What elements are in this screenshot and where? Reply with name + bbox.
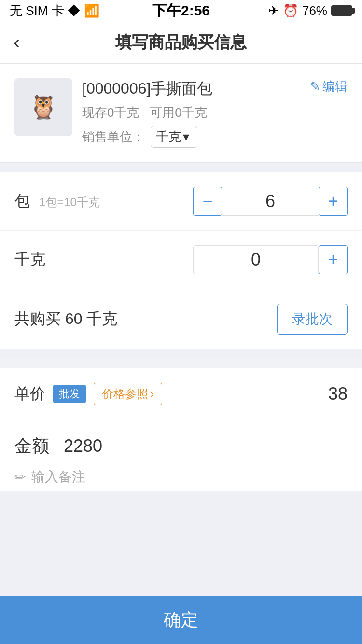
packing-input[interactable] bbox=[222, 187, 319, 216]
note-row[interactable]: ✏ 输入备注 bbox=[14, 468, 348, 486]
status-time: 下午2:56 bbox=[152, 1, 210, 21]
unit-select[interactable]: 千克 ▾ bbox=[151, 126, 197, 148]
product-name: [0000006]手撕面包 bbox=[82, 78, 348, 99]
packing-plus-button[interactable]: + bbox=[319, 187, 348, 216]
sim-label: 无 SIM 卡 ◆ bbox=[10, 2, 80, 19]
total-row: 共购买 60 千克 录批次 bbox=[0, 289, 362, 349]
packing-minus-button[interactable]: − bbox=[193, 187, 222, 216]
price-value: 38 bbox=[328, 384, 348, 404]
wifi-icon: 📶 bbox=[84, 3, 99, 18]
amount-value: 2280 bbox=[64, 436, 102, 456]
battery-text: 76% bbox=[302, 3, 327, 18]
kg-row: 千克 + bbox=[0, 231, 362, 289]
price-label: 单价 bbox=[14, 383, 45, 405]
product-unit-row: 销售单位： 千克 ▾ bbox=[82, 126, 348, 148]
product-info: [0000006]手撕面包 现存0千克 可用0千克 销售单位： 千克 ▾ bbox=[82, 78, 348, 148]
amount-section: 金额 2280 ✏ 输入备注 bbox=[0, 420, 362, 491]
location-icon: ✈ bbox=[268, 3, 279, 18]
battery-icon bbox=[331, 5, 352, 16]
price-ref-button[interactable]: 价格参照 › bbox=[94, 383, 162, 405]
kg-input[interactable] bbox=[193, 245, 319, 274]
nav-bar: ‹ 填写商品购买信息 bbox=[0, 21, 362, 64]
unit-label: 销售单位： bbox=[82, 128, 145, 145]
chevron-down-icon: ▾ bbox=[183, 129, 189, 144]
stock-value: 现存0千克 bbox=[82, 105, 139, 120]
available-value: 可用0千克 bbox=[150, 105, 207, 120]
status-bar: 无 SIM 卡 ◆ 📶 下午2:56 ✈ ⏰ 76% bbox=[0, 0, 362, 21]
quantity-section: 包 1包=10千克 − + 千克 + bbox=[0, 172, 362, 289]
edit-icon: ✎ bbox=[310, 79, 320, 94]
packing-sublabel: 1包=10千克 bbox=[39, 196, 100, 209]
kg-label: 千克 bbox=[14, 249, 193, 270]
product-stock: 现存0千克 可用0千克 bbox=[82, 104, 348, 121]
kg-control: + bbox=[193, 245, 348, 274]
owl-icon: 🦉 bbox=[29, 94, 58, 121]
unit-value: 千克 bbox=[156, 128, 181, 145]
amount-label: 金额 bbox=[14, 436, 49, 456]
packing-control: − + bbox=[193, 187, 348, 216]
chevron-right-icon: › bbox=[150, 387, 154, 401]
price-ref-label: 价格参照 bbox=[102, 386, 148, 402]
edit-label: 编辑 bbox=[322, 78, 348, 95]
packing-label: 包 1包=10千克 bbox=[14, 191, 193, 212]
batch-button[interactable]: 录批次 bbox=[277, 304, 348, 335]
page-title: 填写商品购买信息 bbox=[115, 31, 247, 54]
kg-plus-button[interactable]: + bbox=[319, 245, 348, 274]
confirm-bar[interactable]: 确定 bbox=[0, 596, 362, 644]
status-left: 无 SIM 卡 ◆ 📶 bbox=[10, 2, 99, 19]
product-card: 🦉 [0000006]手撕面包 现存0千克 可用0千克 销售单位： 千克 ▾ ✎… bbox=[0, 64, 362, 163]
packing-row: 包 1包=10千克 − + bbox=[0, 172, 362, 231]
price-section: 单价 批发 价格参照 › 38 bbox=[0, 368, 362, 420]
product-image: 🦉 bbox=[14, 78, 72, 136]
edit-button[interactable]: ✎ 编辑 bbox=[310, 78, 348, 95]
price-type-badge: 批发 bbox=[53, 385, 86, 403]
note-placeholder: 输入备注 bbox=[31, 468, 85, 486]
alarm-icon: ⏰ bbox=[283, 3, 298, 18]
total-label: 共购买 60 千克 bbox=[14, 308, 117, 330]
back-button[interactable]: ‹ bbox=[14, 31, 20, 53]
confirm-button[interactable]: 确定 bbox=[164, 608, 198, 632]
amount-row: 金额 2280 bbox=[14, 434, 348, 458]
pencil-icon: ✏ bbox=[14, 469, 26, 485]
status-right: ✈ ⏰ 76% bbox=[268, 3, 352, 18]
divider-1 bbox=[0, 163, 362, 172]
divider-2 bbox=[0, 349, 362, 359]
